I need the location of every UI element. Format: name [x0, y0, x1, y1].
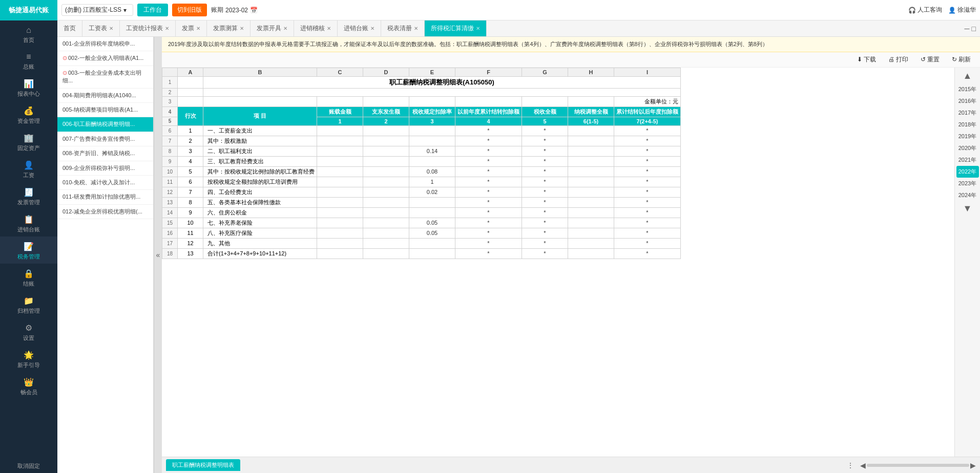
- cell-col1[interactable]: [317, 228, 363, 238]
- cell-col5[interactable]: *: [522, 177, 568, 187]
- cell-item[interactable]: 其中：按税收规定比例扣除的职工教育经费: [203, 166, 317, 177]
- cell-col2[interactable]: [363, 197, 409, 207]
- sidebar-item-salary[interactable]: 👤 工资: [0, 155, 57, 182]
- cell-col3[interactable]: [409, 248, 455, 259]
- cell-col1[interactable]: [317, 177, 363, 187]
- cell-col2[interactable]: [363, 166, 409, 177]
- cell-col1[interactable]: [317, 218, 363, 228]
- cell-col3[interactable]: [409, 156, 455, 166]
- cell-col3[interactable]: 1: [409, 177, 455, 187]
- cell-col6[interactable]: [568, 238, 614, 248]
- file-list-item[interactable]: 011-研发费用加计扣除优惠明...: [57, 190, 153, 204]
- cell-col2[interactable]: [363, 125, 409, 136]
- cell-seq[interactable]: 4: [178, 156, 203, 166]
- cell-col5[interactable]: *: [522, 187, 568, 197]
- tab-purchase-check[interactable]: 进销稽核 ✕: [294, 20, 338, 37]
- cell-3-D[interactable]: [363, 96, 409, 106]
- cell-item[interactable]: 六、住房公积金: [203, 207, 317, 218]
- cell-col3[interactable]: 0.05: [409, 218, 455, 228]
- bottom-tab-active[interactable]: 职工薪酬纳税调整明细表: [166, 459, 240, 471]
- year-button[interactable]: 2023年: [956, 178, 979, 189]
- tab-payroll-stat[interactable]: 工资统计报表 ✕: [120, 20, 176, 37]
- cell-1-A[interactable]: [178, 76, 203, 88]
- file-list-item[interactable]: 004-期间费用明细表(A1040...: [57, 89, 153, 103]
- file-list-item[interactable]: ⊙002-一般企业收入明细表(A1...: [57, 51, 153, 66]
- tab-payroll-close[interactable]: ✕: [109, 26, 113, 31]
- cell-col5[interactable]: *: [522, 146, 568, 156]
- cell-col5[interactable]: *: [522, 248, 568, 259]
- sidebar-item-guide[interactable]: 🌟 新手引导: [0, 345, 57, 372]
- file-list-item[interactable]: 005-纳税调整项目明细表(A1...: [57, 103, 153, 117]
- sidebar-unpin[interactable]: 取消固定: [0, 457, 57, 473]
- sidebar-item-invoice-mgmt[interactable]: 🧾 发票管理: [0, 182, 57, 209]
- cell-col1[interactable]: [317, 125, 363, 136]
- cell-col2[interactable]: [363, 218, 409, 228]
- tab-invoice[interactable]: 发票 ✕: [176, 20, 207, 37]
- collapse-panel-button[interactable]: «: [154, 37, 162, 473]
- cell-col4[interactable]: *: [455, 197, 522, 207]
- tab-income-tax[interactable]: 所得税汇算清缴 ✕: [425, 20, 487, 37]
- cell-col3[interactable]: [409, 197, 455, 207]
- cell-col1[interactable]: [317, 207, 363, 218]
- cell-col5[interactable]: *: [522, 197, 568, 207]
- cell-col4[interactable]: *: [455, 166, 522, 177]
- cell-col6[interactable]: [568, 125, 614, 136]
- tab-tax-clear[interactable]: 税表清册 ✕: [381, 20, 425, 37]
- cell-col1[interactable]: [317, 136, 363, 146]
- cell-col7[interactable]: *: [614, 166, 681, 177]
- sidebar-item-tax[interactable]: 📝 税务管理: [0, 236, 57, 264]
- file-list-item[interactable]: 012-减免企业所得税优惠明细(...: [57, 205, 153, 219]
- switch-version-button[interactable]: 切到旧版: [172, 4, 207, 16]
- cell-seq[interactable]: 10: [178, 218, 203, 228]
- year-button[interactable]: 2017年: [956, 107, 979, 119]
- cell-item[interactable]: 一、工资薪金支出: [203, 125, 317, 136]
- cell-item[interactable]: 其中：股权激励: [203, 136, 317, 146]
- cell-col7[interactable]: *: [614, 156, 681, 166]
- cell-col2[interactable]: [363, 136, 409, 146]
- cell-col6[interactable]: [568, 136, 614, 146]
- tab-minimize-button[interactable]: ─: [965, 25, 970, 33]
- print-button[interactable]: 🖨 打印: [885, 54, 911, 65]
- cell-col3[interactable]: 0.05: [409, 228, 455, 238]
- tab-purchase-ledger-close[interactable]: ✕: [370, 26, 374, 31]
- cell-col6[interactable]: [568, 248, 614, 259]
- tab-payroll[interactable]: 工资表 ✕: [82, 20, 120, 37]
- cell-col7[interactable]: *: [614, 187, 681, 197]
- cell-col4[interactable]: *: [455, 136, 522, 146]
- tab-purchase-ledger[interactable]: 进销台账 ✕: [338, 20, 381, 37]
- cell-col5[interactable]: *: [522, 218, 568, 228]
- cell-col1[interactable]: [317, 197, 363, 207]
- tab-home[interactable]: 首页: [57, 20, 82, 37]
- cell-col7[interactable]: *: [614, 207, 681, 218]
- cell-item[interactable]: 五、各类基本社会保障性缴款: [203, 197, 317, 207]
- year-down-button[interactable]: ▼: [962, 202, 973, 215]
- cell-col4[interactable]: *: [455, 218, 522, 228]
- cell-col7[interactable]: *: [614, 248, 681, 259]
- cell-col4[interactable]: *: [455, 207, 522, 218]
- sidebar-item-closing[interactable]: 🔒 结账: [0, 264, 57, 291]
- cell-col3[interactable]: 0.02: [409, 187, 455, 197]
- cell-col3[interactable]: [409, 125, 455, 136]
- year-button[interactable]: 2016年: [956, 95, 979, 107]
- cell-item[interactable]: 合计(1+3+4+7+8+9+10+11+12): [203, 248, 317, 259]
- refresh-button[interactable]: ↻ 刷新: [949, 54, 974, 65]
- year-button[interactable]: 2018年: [956, 119, 979, 131]
- cell-col7[interactable]: *: [614, 238, 681, 248]
- cell-col2[interactable]: [363, 156, 409, 166]
- cell-col3[interactable]: [409, 136, 455, 146]
- cell-item[interactable]: 七、补充养老保险: [203, 218, 317, 228]
- cell-col4[interactable]: *: [455, 177, 522, 187]
- tab-invoice-open-close[interactable]: ✕: [283, 26, 287, 31]
- file-list-item[interactable]: 006-职工薪酬纳税调整明细...: [57, 117, 153, 132]
- year-button[interactable]: 2019年: [956, 131, 979, 142]
- cell-seq[interactable]: 2: [178, 136, 203, 146]
- cell-col1[interactable]: [317, 146, 363, 156]
- file-list-item[interactable]: 009-企业所得税弥补亏损明...: [57, 161, 153, 176]
- cell-col2[interactable]: [363, 207, 409, 218]
- cell-col4[interactable]: *: [455, 156, 522, 166]
- tab-payroll-stat-close[interactable]: ✕: [165, 26, 169, 31]
- cell-col7[interactable]: *: [614, 136, 681, 146]
- cell-col4[interactable]: *: [455, 248, 522, 259]
- sidebar-item-purchase[interactable]: 📋 进销台账: [0, 209, 57, 236]
- tab-invoice-close[interactable]: ✕: [196, 26, 200, 31]
